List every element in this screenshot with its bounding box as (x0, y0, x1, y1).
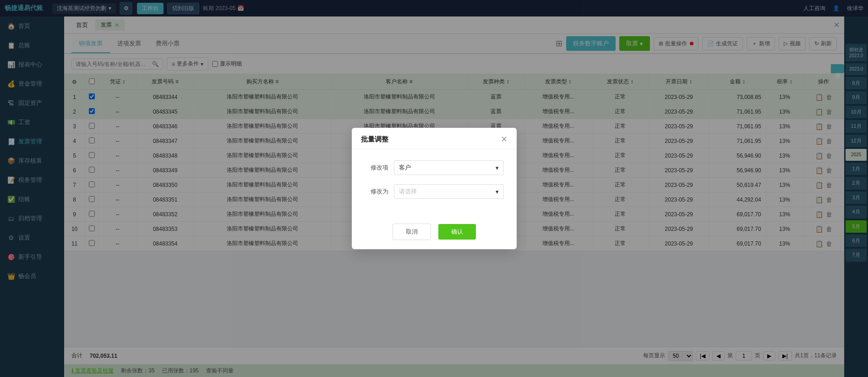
value-dropdown-icon: ▾ (496, 188, 499, 195)
modal-confirm-btn[interactable]: 确认 (438, 224, 476, 240)
field-label: 修改项 (365, 164, 388, 172)
modal-header: 批量调整 ✕ (352, 128, 517, 149)
value-placeholder: 请选择 (399, 187, 417, 196)
field-select[interactable]: 客户 ▾ (394, 160, 504, 175)
modal-title: 批量调整 (361, 135, 388, 144)
value-select[interactable]: 请选择 ▾ (394, 184, 504, 199)
modal-close-btn[interactable]: ✕ (501, 134, 508, 144)
modal-value-row: 修改为 请选择 ▾ (365, 184, 504, 199)
batch-adjust-modal: 批量调整 ✕ 修改项 客户 ▾ 修改为 请选择 ▾ 取消 确认 (352, 128, 517, 249)
modal-overlay: 批量调整 ✕ 修改项 客户 ▾ 修改为 请选择 ▾ 取消 确认 (0, 0, 868, 377)
field-dropdown-icon: ▾ (496, 164, 499, 171)
value-label: 修改为 (365, 187, 388, 196)
modal-field-row: 修改项 客户 ▾ (365, 160, 504, 175)
field-value: 客户 (399, 164, 411, 172)
modal-footer: 取消 确认 (352, 219, 517, 249)
modal-body: 修改项 客户 ▾ 修改为 请选择 ▾ (352, 149, 517, 219)
modal-cancel-btn[interactable]: 取消 (393, 224, 431, 240)
